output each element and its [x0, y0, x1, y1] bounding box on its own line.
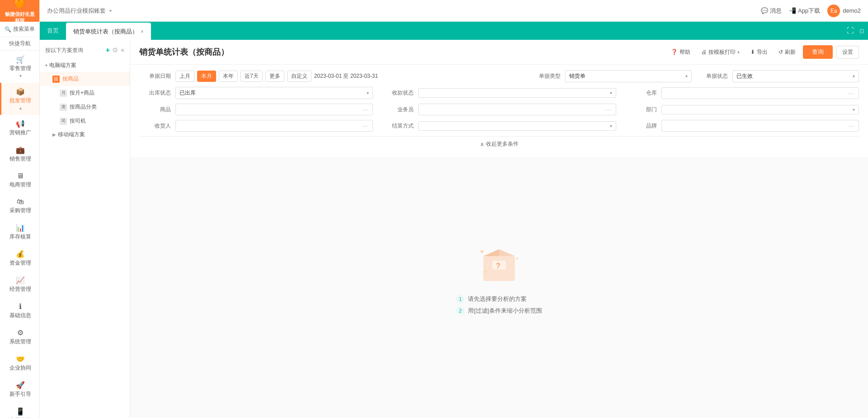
tree-item-by-product[interactable]: 按 按商品: [40, 72, 130, 86]
brand-input[interactable]: ···: [661, 120, 859, 132]
collection-select[interactable]: ▾: [418, 88, 616, 98]
enterprise-icon: 🤝: [16, 355, 25, 363]
messages-icon: 💬: [761, 7, 768, 14]
sidebar-item-finance[interactable]: 💰 资金管理: [0, 245, 39, 271]
search-menu-item[interactable]: 🔍 搜索菜单: [0, 22, 39, 37]
messages-label: 消息: [770, 7, 782, 15]
sidebar-item-enterprise[interactable]: 🤝 企业协同: [0, 350, 39, 376]
desktop-group[interactable]: ▾ 电脑端方案: [40, 59, 130, 72]
sidebar-item-inventory[interactable]: 📊 库存核算: [0, 219, 39, 245]
tab-close-icon[interactable]: ×: [141, 28, 144, 35]
tab-sales-stats[interactable]: 销货单统计表（按商品） ×: [66, 23, 151, 41]
tip-num-1: 1: [456, 295, 464, 303]
tree-section: ▾ 电脑端方案 按 按商品 月 按月+商品 类 按商品分类 司 按司: [40, 57, 130, 143]
date-last7-button[interactable]: 近7天: [241, 71, 263, 82]
out-status-label: 出库状态: [139, 89, 175, 97]
print-icon: 🖨: [701, 49, 707, 55]
chevron-down-icon: ▾: [19, 73, 22, 78]
tree-item-by-printer[interactable]: 司 按司机: [40, 114, 130, 128]
sidebar-item-newuser-label: 新手引导: [9, 390, 31, 398]
app-download-button[interactable]: 📲 App下载: [789, 7, 820, 15]
sidebar-item-wholesale[interactable]: 📦 批发管理 ▴: [0, 83, 39, 115]
receiver-input[interactable]: ···: [175, 120, 373, 132]
main-area: 办公用品行业模拟账套 ▾ 💬 消息 📲 App下载 Ea demo2 首页 销货…: [40, 0, 868, 418]
refresh-button[interactable]: ↺ 刷新: [775, 47, 799, 58]
fullscreen-button[interactable]: ⊡: [859, 28, 864, 34]
date-this-year-button[interactable]: 本年: [219, 71, 238, 82]
sidebar-item-appcenter[interactable]: 📱 应用中心: [0, 403, 39, 418]
export-button[interactable]: ⬇ 导出: [747, 47, 771, 58]
user-menu-button[interactable]: Ea demo2: [827, 5, 861, 17]
sidebar-item-inventory-label: 库存核算: [9, 233, 31, 241]
print-template-button[interactable]: 🖨 按模板打印 ▾: [698, 47, 743, 58]
newuser-icon: 🚀: [16, 381, 25, 390]
tree-item-by-category[interactable]: 类 按商品分类: [40, 100, 130, 114]
filter-row-1: 单据日期 上月 本月 本年 近7天 更多 自定义 2023-03-01 至 20…: [139, 70, 859, 82]
doc-status-select[interactable]: 已生效 ▾: [732, 70, 859, 82]
sidebar-item-wholesale-label: 批发管理: [9, 97, 31, 104]
sidebar-item-operations[interactable]: 📈 经营管理: [0, 271, 39, 298]
mobile-group[interactable]: ▶ 移动端方案: [40, 128, 130, 141]
by-product-icon: 按: [52, 76, 60, 83]
date-this-month-button[interactable]: 本月: [197, 71, 216, 82]
chevron-down-icon: ▾: [45, 63, 47, 68]
messages-button[interactable]: 💬 消息: [761, 7, 782, 15]
department-select[interactable]: ▾: [661, 105, 859, 114]
quick-nav-item[interactable]: 快捷导航: [0, 37, 39, 51]
page-header: 销货单统计表（按商品） ❓ 设置 帮助 🖨 按模板打印 ▾ ⬇ 导出: [130, 40, 868, 65]
sidebar-item-basicinfo[interactable]: ℹ 基础信息: [0, 298, 39, 324]
product-input[interactable]: ···: [175, 104, 373, 115]
desktop-group-label: 电脑端方案: [49, 62, 76, 69]
sidebar-item-purchase[interactable]: 🛍 采购管理: [0, 193, 39, 219]
tree-item-by-product-label: 按商品: [62, 75, 79, 83]
logo-icon: 🧡: [14, 0, 25, 10]
svg-point-4: [481, 250, 483, 253]
date-group: 上月 本月 本年 近7天 更多 自定义 2023-03-01 至 2023-03…: [175, 71, 524, 82]
date-more-button[interactable]: 更多: [265, 71, 284, 82]
date-label: 单据日期: [139, 72, 175, 80]
salesperson-input[interactable]: ···: [418, 104, 616, 115]
collapse-bar[interactable]: ∧ 收起更多条件: [139, 136, 859, 152]
collapse-panel-button[interactable]: «: [121, 46, 124, 54]
sidebar-item-sales[interactable]: 💼 销售管理: [0, 141, 39, 167]
receiver-label: 收货人: [139, 122, 175, 130]
svg-text:?: ?: [496, 262, 500, 270]
maximize-icon: ⛶: [847, 27, 854, 34]
finance-icon: 💰: [16, 250, 25, 258]
filter-row-2: 出库状态 已出库 ▾ 收款状态 ▾ 仓库 ···: [139, 87, 859, 99]
settings-button-label: 设置: [842, 48, 853, 56]
warehouse-input[interactable]: ···: [661, 87, 859, 99]
date-custom-button[interactable]: 自定义: [287, 71, 311, 82]
left-panel-actions: + ⊙ «: [106, 46, 124, 54]
export-icon: ⬇: [750, 49, 755, 55]
svg-point-6: [485, 271, 486, 273]
sidebar-item-system-label: 系统管理: [9, 338, 31, 346]
out-status-select[interactable]: 已出库 ▾: [175, 87, 373, 99]
doc-type-select[interactable]: 销货单 ▾: [565, 70, 692, 82]
settlement-select[interactable]: ▾: [418, 121, 616, 131]
settings-scheme-button[interactable]: ⊙: [113, 46, 118, 54]
chevron-right-icon: ▶: [52, 132, 56, 137]
sidebar-item-retail[interactable]: 🛒 零售管理 ▾: [0, 51, 39, 83]
search-button[interactable]: 查询: [803, 45, 833, 59]
tab-home[interactable]: 首页: [40, 22, 66, 40]
tab-bar: 首页 销货单统计表（按商品） × ⛶ ⊡: [40, 22, 868, 40]
app-logo[interactable]: 🧡 畅捷信好生意 标版: [0, 0, 39, 22]
help-button[interactable]: ❓ 设置 帮助: [667, 47, 694, 58]
date-last-month-button[interactable]: 上月: [175, 71, 194, 82]
out-status-chevron-icon: ▾: [367, 90, 369, 95]
settings-button[interactable]: 设置: [836, 46, 859, 59]
sidebar-item-marketing[interactable]: 📢 营销推广: [0, 115, 39, 141]
by-printer-icon: 司: [60, 118, 67, 125]
sidebar-item-ecommerce[interactable]: 🖥 电商管理: [0, 167, 39, 193]
maximize-button[interactable]: ⛶: [841, 27, 859, 35]
quick-nav-label: 快捷导航: [9, 40, 31, 48]
logo-text: 畅捷信好生意: [5, 11, 35, 17]
collapse-label: 收起更多条件: [486, 140, 519, 148]
sidebar-item-system[interactable]: ⚙ 系统管理: [0, 324, 39, 350]
tree-item-by-month-product[interactable]: 月 按月+商品: [40, 86, 130, 100]
add-scheme-button[interactable]: +: [106, 46, 110, 54]
sidebar-item-newuser[interactable]: 🚀 新手引导: [0, 376, 39, 403]
settlement-chevron-icon: ▾: [610, 124, 612, 128]
search-menu-label: 搜索菜单: [13, 25, 35, 33]
